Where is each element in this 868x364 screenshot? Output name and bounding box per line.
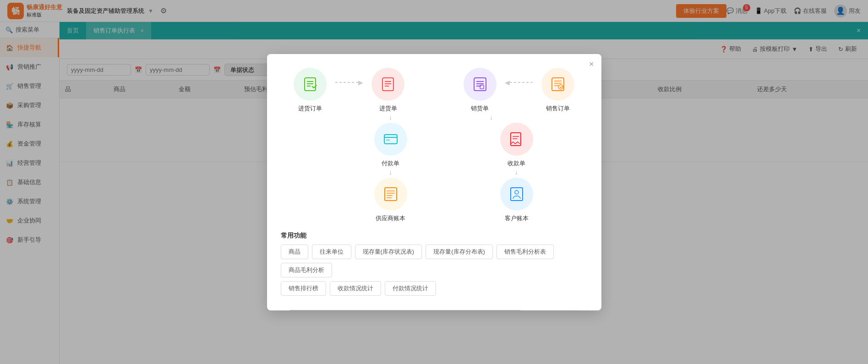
common-buttons-row2: 销售排行榜 收款情况统计 付款情况统计 <box>281 281 588 296</box>
common-btn-stock-dist[interactable]: 现存量(库存分布表) <box>426 244 493 259</box>
common-btn-payment-stats[interactable]: 付款情况统计 <box>385 281 436 296</box>
receipt-bill-label: 收款单 <box>508 159 525 168</box>
sales-bill-icon <box>464 68 497 101</box>
scrollbar-thumb[interactable] <box>289 310 521 310</box>
payment-bill-label: 付款单 <box>382 159 399 168</box>
flow-diagram-area: 进货订单 ▶ 进货单 <box>267 54 601 232</box>
flow-node-sales-bill: 销货单 <box>455 68 505 113</box>
svg-point-17 <box>558 85 563 89</box>
common-btn-receipt-stats[interactable]: 收款情况统计 <box>330 281 381 296</box>
common-btn-sales-rank[interactable]: 销售排行榜 <box>281 281 326 296</box>
common-btn-counterpart[interactable]: 往来单位 <box>312 244 351 259</box>
modal-overlay[interactable]: × 进货订单 ▶ <box>0 0 868 364</box>
common-btn-goods[interactable]: 商品 <box>281 244 308 259</box>
flow-node-purchase-order: 进货订单 <box>285 68 335 113</box>
supplier-account-label: 供应商账本 <box>376 214 405 223</box>
receipt-bill-icon <box>500 123 533 156</box>
purchase-bill-label: 进货单 <box>379 104 397 113</box>
scroll-right-icon[interactable]: ▶ <box>583 309 588 310</box>
purchase-bill-icon <box>371 68 404 101</box>
flow-node-sales-order: 销售订单 <box>533 68 583 113</box>
supplier-account-icon <box>374 178 407 211</box>
svg-rect-18 <box>384 135 397 144</box>
flow-node-payment-bill: 付款单 <box>363 123 418 168</box>
sales-order-label: 销售订单 <box>546 104 570 113</box>
common-btn-sales-profit[interactable]: 销售毛利分析表 <box>497 244 554 259</box>
flow-node-receipt-bill: 收款单 <box>489 123 544 168</box>
modal-close-btn[interactable]: × <box>589 60 594 69</box>
scrollbar-track[interactable] <box>289 310 579 310</box>
payment-bill-icon <box>374 123 407 156</box>
purchase-order-label: 进货订单 <box>298 104 322 113</box>
svg-rect-24 <box>385 188 397 201</box>
flow-node-supplier-account: 供应商账本 <box>363 178 418 223</box>
svg-rect-20 <box>386 139 390 141</box>
modal-scrollbar-area: ◀ ▶ <box>267 305 601 310</box>
purchase-order-icon <box>294 68 327 101</box>
flow-modal: × 进货订单 ▶ <box>267 54 601 310</box>
common-btn-stock-status[interactable]: 现存量(库存状况表) <box>355 244 422 259</box>
customer-account-icon <box>500 178 533 211</box>
app-container: 畅 畅康通好生意 标准版 装备及固定资产辅助管理系统 ▼ ⚙ 体验行业方案 💬 … <box>0 0 868 364</box>
common-functions-section: 常用功能 商品 往来单位 现存量(库存状况表) 现存量(库存分布表) 销售毛利分… <box>267 232 601 305</box>
svg-point-30 <box>515 190 519 194</box>
common-section-title: 常用功能 <box>281 232 588 240</box>
sales-bill-label: 销货单 <box>471 104 489 113</box>
sales-order-icon <box>541 68 574 101</box>
common-buttons-container: 商品 往来单位 现存量(库存状况表) 现存量(库存分布表) 销售毛利分析表 商品… <box>281 244 588 277</box>
flow-node-purchase-bill: 进货单 <box>363 68 413 113</box>
scroll-left-icon[interactable]: ◀ <box>281 309 285 310</box>
flow-node-customer-account: 客户账本 <box>489 178 544 223</box>
customer-account-label: 客户账本 <box>505 214 529 223</box>
common-btn-goods-profit[interactable]: 商品毛利分析 <box>281 263 332 277</box>
